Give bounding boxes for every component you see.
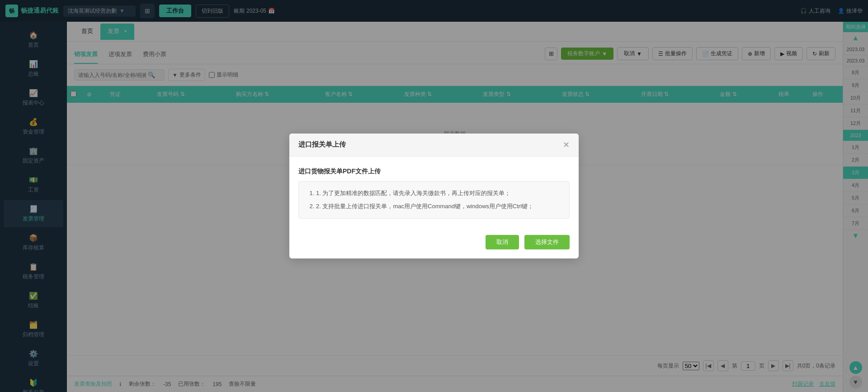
instruction-2: 2. 支持批量上传进口报关单，mac用户使用Command键，windows用户… bbox=[316, 202, 560, 211]
instruction-1: 1. 为了更加精准的数据匹配，请先录入海关缴款书，再上传对应的报关单； bbox=[316, 189, 560, 198]
upload-info-box: 1. 为了更加精准的数据匹配，请先录入海关缴款书，再上传对应的报关单； 2. 支… bbox=[298, 181, 570, 219]
modal-body: 进口货物报关单PDF文件上传 1. 为了更加精准的数据匹配，请先录入海关缴款书，… bbox=[289, 157, 579, 228]
upload-title: 进口货物报关单PDF文件上传 bbox=[298, 167, 570, 176]
instructions-list: 1. 为了更加精准的数据匹配，请先录入海关缴款书，再上传对应的报关单； 2. 支… bbox=[308, 189, 560, 211]
select-file-button[interactable]: 选择文件 bbox=[524, 235, 570, 249]
modal-footer: 取消 选择文件 bbox=[289, 228, 579, 258]
modal-close-button[interactable]: ✕ bbox=[563, 140, 570, 150]
modal-header: 进口报关单上传 ✕ bbox=[289, 134, 579, 157]
import-customs-modal: 进口报关单上传 ✕ 进口货物报关单PDF文件上传 1. 为了更加精准的数据匹配，… bbox=[289, 134, 579, 259]
modal-title: 进口报关单上传 bbox=[298, 140, 346, 149]
modal-cancel-button[interactable]: 取消 bbox=[486, 235, 519, 249]
modal-overlay[interactable]: 进口报关单上传 ✕ 进口货物报关单PDF文件上传 1. 为了更加精准的数据匹配，… bbox=[0, 0, 868, 392]
